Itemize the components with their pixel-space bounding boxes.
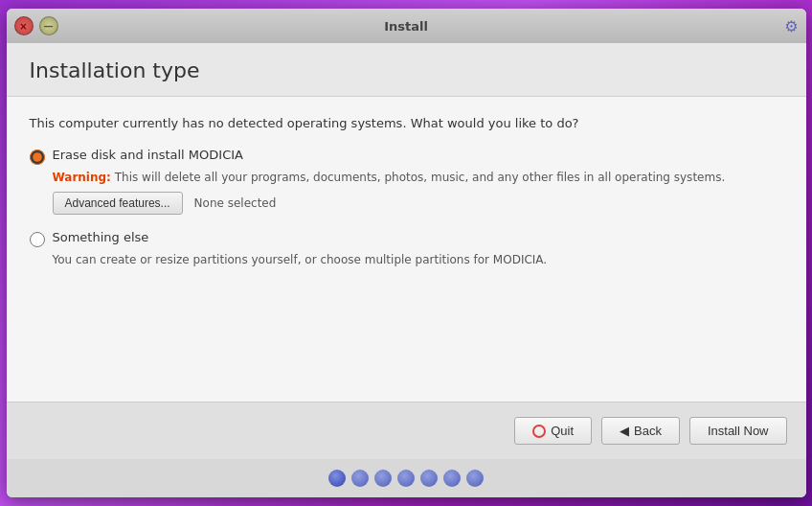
content-area: Installation type This computer currentl… (7, 43, 806, 459)
page-title: Installation type (30, 58, 783, 82)
progress-dot-7 (466, 470, 484, 487)
option-something-else-row: Something else (30, 230, 783, 247)
install-now-button[interactable]: Install Now (689, 417, 787, 445)
something-else-radio[interactable] (30, 232, 45, 247)
bottom-bar: Quit ◀ Back Install Now (7, 402, 806, 459)
progress-dot-6 (443, 470, 461, 487)
footer-dots (7, 459, 806, 497)
minimize-button[interactable]: — (39, 16, 58, 35)
something-else-description: You can create or resize partitions your… (53, 253, 783, 266)
progress-dot-2 (351, 470, 369, 487)
progress-dot-1 (328, 470, 346, 487)
erase-label: Erase disk and install MODICIA (53, 148, 243, 162)
back-label: Back (634, 424, 662, 438)
titlebar-buttons: × — (14, 16, 58, 35)
quit-button[interactable]: Quit (514, 417, 592, 445)
page-description: This computer currently has no detected … (30, 116, 783, 130)
something-else-label: Something else (53, 230, 149, 244)
back-button[interactable]: ◀ Back (601, 417, 680, 445)
progress-dot-5 (420, 470, 438, 487)
close-icon: × (19, 21, 27, 32)
gear-icon[interactable]: ⚙ (784, 17, 798, 35)
titlebar: × — Install ⚙ (7, 9, 806, 43)
warning-text: This will delete all your programs, docu… (111, 171, 725, 184)
quit-circle-icon (532, 425, 546, 438)
install-now-label: Install Now (708, 424, 769, 438)
progress-dot-3 (374, 470, 392, 487)
window-title: Install (384, 19, 428, 34)
minimize-icon: — (44, 21, 54, 32)
advanced-selection-status: None selected (194, 196, 277, 210)
warning-keyword: Warning: (53, 171, 111, 184)
option-erase-row: Erase disk and install MODICIA (30, 148, 783, 165)
close-button[interactable]: × (14, 16, 34, 35)
progress-dot-4 (397, 470, 415, 487)
back-icon: ◀ (620, 424, 629, 438)
page-title-bar: Installation type (7, 43, 806, 97)
quit-label: Quit (551, 424, 574, 438)
warning-line: Warning: This will delete all your progr… (53, 171, 783, 184)
erase-radio[interactable] (30, 150, 45, 165)
advanced-row: Advanced features... None selected (53, 192, 783, 215)
advanced-features-button[interactable]: Advanced features... (53, 192, 183, 215)
main-content: This computer currently has no detected … (7, 97, 806, 402)
installer-window: × — Install ⚙ Installation type This com… (7, 9, 806, 497)
